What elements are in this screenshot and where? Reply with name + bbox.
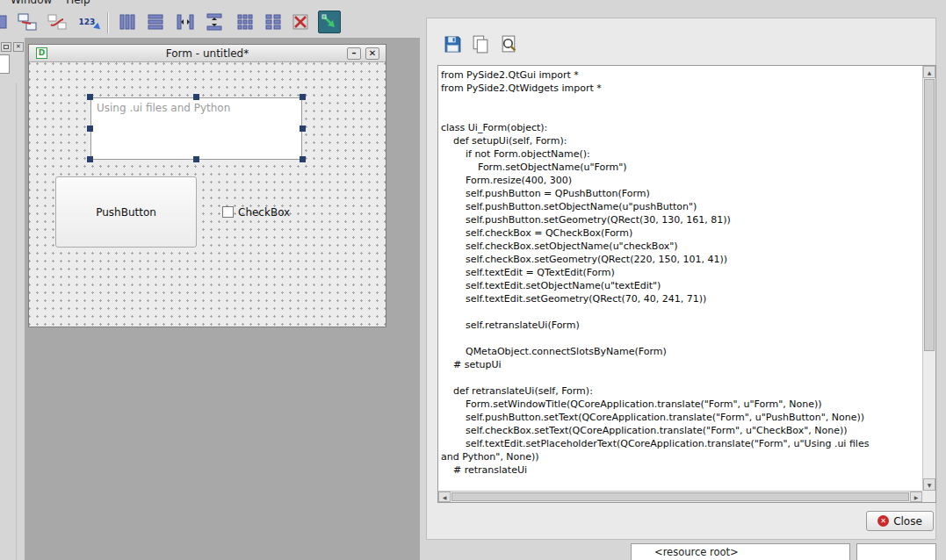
form-canvas[interactable]: Using .ui files and Python PushButton Ch… [29, 62, 386, 327]
break-layout-icon[interactable] [289, 11, 312, 33]
partial-toolbar-icon[interactable] [0, 11, 11, 33]
edit-buddies-icon[interactable] [46, 11, 69, 33]
float-icon [4, 45, 9, 49]
code-line: self.checkBox = QCheckBox(Form) [441, 226, 921, 240]
copy-icon[interactable] [469, 32, 492, 55]
selection-handle[interactable] [193, 156, 199, 162]
code-content: from PySide2.QtGui import *from PySide2.… [441, 68, 921, 489]
code-preview-dialog: from PySide2.QtGui import *from PySide2.… [426, 18, 936, 540]
code-line: # setupUi [441, 358, 921, 371]
code-view[interactable]: from PySide2.QtGui import *from PySide2.… [437, 65, 936, 503]
horizontal-scrollbar-thumb[interactable] [451, 492, 909, 501]
edit-tab-order-icon[interactable]: 123 [76, 11, 98, 33]
selection-handle[interactable] [193, 94, 199, 100]
layout-form-icon[interactable] [262, 11, 285, 33]
scroll-up-icon[interactable]: ▲ [923, 66, 935, 78]
qt-designer-screen: Window Help 123 [0, 0, 946, 560]
clipped-icon [0, 12, 9, 32]
resource-root-label: <resource root> [654, 546, 739, 558]
code-line: Form.setObjectName(u"Form") [441, 161, 921, 174]
code-line: def retranslateUi(self, Form): [441, 384, 921, 398]
code-line [441, 332, 921, 345]
form-window-titlebar[interactable]: D Form - untitled* – ✕ [29, 45, 386, 62]
scroll-left-icon[interactable]: ◀ [438, 492, 451, 502]
vertical-scrollbar-thumb[interactable] [924, 79, 935, 351]
code-line: # retranslateUi [441, 463, 921, 477]
form-editor-area: D Form - untitled* – ✕ Using .ui files a… [25, 38, 420, 560]
dock-scrollbar-track[interactable] [16, 83, 17, 560]
menu-help[interactable]: Help [66, 0, 90, 6]
pushbutton-widget[interactable]: PushButton [55, 176, 197, 248]
code-line: self.pushButton.setObjectName(u"pushButt… [441, 200, 921, 213]
edit-signals-slots-icon[interactable] [16, 11, 39, 33]
selection-handle[interactable] [300, 126, 306, 132]
code-line: self.pushButton.setText(QCoreApplication… [441, 411, 921, 424]
code-line: self.checkBox.setText(QCoreApplication.t… [441, 424, 921, 437]
layout-vertical-icon[interactable] [144, 11, 167, 33]
checkbox-widget[interactable]: CheckBox [222, 194, 311, 230]
menu-window[interactable]: Window [11, 0, 52, 6]
textedit-widget[interactable]: Using .ui files and Python [90, 97, 302, 160]
save-icon[interactable] [441, 32, 464, 55]
close-dialog-button[interactable]: ✕ Close [866, 511, 934, 531]
close-icon: ✕ [16, 43, 21, 50]
code-line: self.pushButton.setGeometry(QRect(30, 13… [441, 213, 921, 226]
find-in-code-icon[interactable] [497, 32, 520, 55]
code-line: from PySide2.QtWidgets import * [441, 82, 921, 95]
toolbar-separator [107, 12, 109, 33]
layout-splitter-horizontal-icon[interactable] [174, 11, 197, 33]
scrollbar-corner [922, 491, 935, 502]
selection-handle[interactable] [87, 156, 93, 162]
layout-grid-icon[interactable] [234, 11, 256, 33]
resource-side-panel[interactable] [856, 543, 936, 560]
layout-horizontal-icon[interactable] [116, 11, 139, 33]
form-window: D Form - untitled* – ✕ Using .ui files a… [28, 44, 386, 327]
selection-handle[interactable] [87, 94, 93, 100]
code-line: self.checkBox.setGeometry(QRect(220, 150… [441, 253, 921, 266]
close-button-label: Close [893, 515, 922, 528]
widget-filter-input[interactable] [0, 54, 10, 74]
horizontal-scrollbar[interactable]: ◀ ▶ [438, 491, 922, 502]
textedit-placeholder: Using .ui files and Python [97, 102, 230, 114]
code-line [441, 305, 921, 319]
code-line: self.textEdit = QTextEdit(Form) [441, 266, 921, 279]
tab-order-label: 123 [79, 18, 96, 26]
adjust-size-icon[interactable] [318, 11, 341, 33]
widget-box-dock-fragment: ✕ [0, 38, 25, 560]
code-line: if not Form.objectName(): [441, 147, 921, 161]
code-line: Form.resize(400, 300) [441, 174, 921, 187]
close-button[interactable]: ✕ [365, 47, 379, 60]
code-line: def setupUi(self, Form): [441, 134, 921, 147]
scroll-down-icon[interactable]: ▼ [923, 478, 935, 491]
form-window-title: Form - untitled* [29, 47, 386, 60]
code-line: QMetaObject.connectSlotsByName(Form) [441, 345, 921, 358]
code-line: and Python", None)) [441, 450, 921, 463]
layout-splitter-vertical-icon[interactable] [203, 11, 226, 33]
resource-root-item[interactable]: <resource root> [631, 543, 850, 560]
scroll-right-icon[interactable]: ▶ [910, 492, 922, 502]
code-line: self.textEdit.setObjectName(u"textEdit") [441, 279, 921, 292]
code-line: from PySide2.QtGui import * [441, 68, 921, 82]
code-line: self.retranslateUi(Form) [441, 319, 921, 332]
menubar: Window Help [0, 0, 946, 8]
vertical-scrollbar[interactable]: ▲ ▼ [922, 66, 935, 491]
dock-close-button[interactable]: ✕ [13, 42, 24, 52]
selection-handle[interactable] [87, 126, 93, 132]
code-line [441, 95, 921, 108]
code-line: self.pushButton = QPushButton(Form) [441, 187, 921, 200]
code-line: class Ui_Form(object): [441, 121, 921, 134]
code-line: self.checkBox.setObjectName(u"checkBox") [441, 240, 921, 253]
code-line [441, 108, 921, 121]
checkbox-label: CheckBox [238, 206, 290, 219]
minimize-button[interactable]: – [347, 47, 361, 60]
pushbutton-label: PushButton [96, 206, 156, 219]
code-line: self.textEdit.setPlaceholderText(QCoreAp… [441, 437, 921, 450]
selection-handle[interactable] [300, 156, 306, 162]
close-red-icon: ✕ [877, 515, 889, 527]
code-line [441, 371, 921, 384]
selection-handle[interactable] [300, 94, 306, 100]
code-line: self.textEdit.setGeometry(QRect(70, 40, … [441, 292, 921, 305]
dock-float-button[interactable] [1, 42, 11, 52]
code-line: Form.setWindowTitle(QCoreApplication.tra… [441, 398, 921, 411]
checkbox-box-icon [222, 206, 234, 218]
